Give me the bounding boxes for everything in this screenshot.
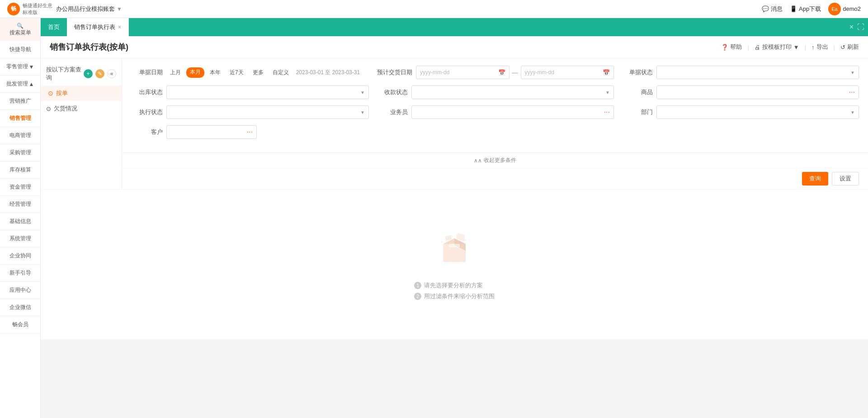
page-content: 销售订单执行表(按单) ❓ 帮助 | 🖨 按模板打印 ▼ | ↑ [41, 36, 868, 418]
tab-bar-actions: × ⛶ [846, 18, 868, 36]
collapse-up-icon: ∧∧ [474, 157, 482, 164]
customer-select[interactable]: ··· [166, 125, 257, 139]
sidebar-item-wholesale[interactable]: 批发管理 ▲ [0, 76, 40, 93]
date-tab-this-month[interactable]: 本月 [186, 67, 204, 78]
sidebar-item-retail[interactable]: 零售管理 ▼ [0, 58, 40, 76]
out-status-field: 出库状态 ▼ [131, 86, 369, 99]
divider2: | [805, 44, 806, 51]
edit-scheme-button[interactable]: ✎ [95, 69, 104, 78]
edit-icon: ✎ [98, 71, 102, 77]
sidebar-item-operations[interactable]: 经营管理 [0, 196, 40, 213]
add-scheme-button[interactable]: + [84, 69, 93, 78]
product-more-icon[interactable]: ··· [849, 88, 855, 96]
tab-minimize-button[interactable]: × [849, 23, 854, 31]
action-row: 查询 设置 [122, 168, 868, 189]
filter-menu-backorder[interactable]: ⊙ 欠货情况 [41, 101, 122, 116]
order-status-field: 单据状态 ▼ [621, 66, 859, 79]
sidebar-item-app-center[interactable]: 应用中心 [0, 282, 40, 299]
salesperson-more-icon[interactable]: ··· [604, 108, 610, 116]
sidebar-item-system[interactable]: 系统管理 [0, 230, 40, 247]
export-icon: ↑ [811, 44, 815, 51]
date-range-text: 2023-03-01 至 2023-03-31 [296, 69, 360, 76]
filter-row-2: 出库状态 ▼ 收款状态 ▼ [131, 86, 859, 99]
date-field: 单据日期 上月 本月 本年 近7天 更多 自定义 2023-03-01 至 20… [131, 67, 369, 78]
department-label: 部门 [621, 108, 653, 116]
salesperson-select[interactable]: ··· [411, 105, 614, 119]
calendar-end-icon: 📅 [603, 69, 610, 76]
filter-menu-by-order[interactable]: ⊙ 按单 [41, 86, 122, 101]
svg-text:✦: ✦ [441, 241, 443, 243]
sidebar-item-sales[interactable]: 销售管理 [0, 110, 40, 127]
sidebar-item-marketing[interactable]: 营销推广 [0, 93, 40, 110]
date-tab-last-month[interactable]: 上月 [166, 67, 184, 78]
tab-home[interactable]: 首页 [41, 18, 67, 36]
out-status-label: 出库状态 [131, 88, 163, 96]
print-icon: 🖨 [755, 44, 760, 51]
sidebar-item-collab[interactable]: 企业协同 [0, 247, 40, 265]
exec-status-label: 执行状态 [131, 108, 163, 116]
sidebar-item-quick-nav[interactable]: 快捷导航 [0, 41, 40, 58]
salesperson-label: 业务员 [376, 108, 408, 116]
exec-status-select[interactable]: ▼ [166, 105, 369, 119]
date-tab-custom[interactable]: 自定义 [269, 67, 292, 78]
template-print-button[interactable]: 🖨 按模板打印 ▼ [755, 43, 799, 51]
logo-text: 畅捷通好生意 标准版 [23, 2, 52, 15]
date-tabs: 上月 本月 本年 近7天 更多 自定义 [166, 67, 292, 78]
help-button[interactable]: ❓ 帮助 [721, 43, 742, 51]
sidebar-item-basic-info[interactable]: 基础信息 [0, 213, 40, 230]
empty-tip-2: 2 用过滤条件来缩小分析范围 [414, 292, 495, 300]
retail-arrow-icon: ▼ [29, 64, 34, 70]
receipt-status-field: 收款状态 ▼ [376, 86, 614, 99]
sidebar-item-wechat[interactable]: 企业微信 [0, 299, 40, 316]
refresh-button[interactable]: ↺ 刷新 [840, 43, 859, 51]
filter-row-1: 单据日期 上月 本月 本年 近7天 更多 自定义 2023-03-01 至 20… [131, 66, 859, 79]
sidebar-item-ecommerce[interactable]: 电商管理 [0, 127, 40, 144]
sidebar: 🔍 搜索菜单 快捷导航 零售管理 ▼ 批发管理 ▲ 营销推广 销售管理 电商管理… [0, 18, 41, 418]
expected-date-end[interactable]: yyyy-mm-dd 📅 [521, 66, 614, 79]
settings-button[interactable]: 设置 [832, 172, 859, 185]
product-select[interactable]: ··· [656, 86, 859, 99]
out-status-select[interactable]: ▼ [166, 86, 369, 99]
receipt-status-select[interactable]: ▼ [411, 86, 614, 99]
tab-close-button[interactable]: × [118, 24, 121, 30]
sidebar-item-finance[interactable]: 资金管理 [0, 179, 40, 196]
order-status-select[interactable]: ▼ [656, 66, 859, 79]
sidebar-item-inventory[interactable]: 库存核算 [0, 162, 40, 179]
date-tab-last-7-days[interactable]: 近7天 [226, 67, 247, 78]
tip-num-1: 1 [414, 282, 421, 289]
sidebar-item-member[interactable]: 畅会员 [0, 316, 40, 333]
collapse-bar[interactable]: ∧∧ 收起更多条件 [122, 152, 868, 168]
wholesale-arrow-icon: ▲ [29, 81, 34, 87]
date-label: 单据日期 [131, 68, 163, 76]
filter-sidebar-title: 按以下方案查询 [46, 66, 84, 82]
collapse-sidebar-button[interactable]: « [107, 69, 116, 78]
message-button[interactable]: 💬 消息 [762, 5, 783, 13]
breadcrumb-arrow-icon[interactable]: ▼ [117, 6, 122, 12]
print-arrow-icon: ▼ [793, 44, 799, 51]
tab-sales-order[interactable]: 销售订单执行表 × [67, 18, 129, 36]
filter-sidebar-header: 按以下方案查询 + ✎ « [41, 66, 122, 86]
salesperson-field: 业务员 ··· [376, 105, 614, 119]
top-bar-left: 畅 畅捷通好生意 标准版 办公用品行业模拟账套 ▼ [7, 2, 122, 15]
expected-date-start[interactable]: yyyy-mm-dd 📅 [416, 66, 509, 79]
department-select[interactable]: ▼ [656, 105, 859, 119]
app-download-button[interactable]: 📱 App下载 [790, 5, 821, 13]
sidebar-item-purchase[interactable]: 采购管理 [0, 144, 40, 162]
sidebar-item-newbie[interactable]: 新手引导 [0, 265, 40, 282]
breadcrumb-area: 办公用品行业模拟账套 ▼ [56, 5, 122, 13]
date-tab-this-year[interactable]: 本年 [206, 67, 224, 78]
tab-maximize-button[interactable]: ⛶ [857, 23, 864, 31]
download-icon: 📱 [790, 5, 797, 12]
tab-bar: 首页 销售订单执行表 × × ⛶ [41, 18, 868, 36]
exec-status-arrow-icon: ▼ [360, 110, 365, 115]
query-button[interactable]: 查询 [802, 172, 828, 185]
export-button[interactable]: ↑ 导出 [811, 43, 828, 51]
page-header: 销售订单执行表(按单) ❓ 帮助 | 🖨 按模板打印 ▼ | ↑ [41, 36, 868, 58]
top-bar-right: 💬 消息 📱 App下载 Ea demo2 [762, 3, 861, 15]
sidebar-item-search[interactable]: 🔍 搜索菜单 [0, 18, 40, 41]
order-status-label: 单据状态 [621, 68, 653, 76]
customer-more-icon[interactable]: ··· [247, 128, 253, 136]
date-tab-more[interactable]: 更多 [249, 67, 267, 78]
user-menu[interactable]: Ea demo2 [828, 3, 861, 15]
empty-illustration: ✦ ✦ [432, 226, 477, 271]
